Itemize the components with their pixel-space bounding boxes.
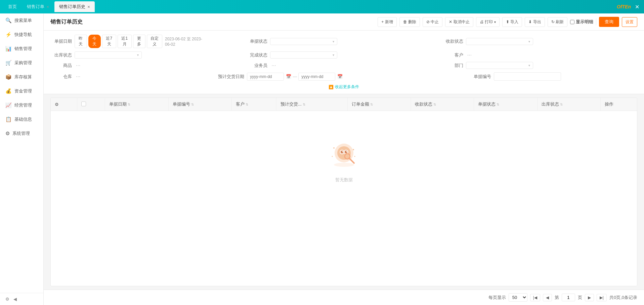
- cal-from-icon[interactable]: 📅: [286, 74, 291, 79]
- display-detail-checkbox[interactable]: [570, 20, 574, 24]
- sales-person-label: 业务员: [246, 63, 270, 69]
- sidebar-item-purchase-mgmt[interactable]: 🛒 采购管理: [0, 56, 43, 70]
- operations-icon: 📈: [5, 102, 12, 108]
- stop-button[interactable]: ⊘ 中止: [423, 17, 442, 27]
- date-btn-more[interactable]: 更多: [133, 35, 145, 48]
- date-btn-7days[interactable]: 近7天: [102, 35, 116, 48]
- sidebar-collapse-icon[interactable]: ◀: [13, 297, 17, 302]
- pay-status-item: 收款状态 ▾: [442, 38, 637, 45]
- order-no-input[interactable]: [494, 72, 561, 81]
- sort-amount-icon[interactable]: ⇅: [370, 103, 373, 106]
- warehouse-item: 仓库 ···: [50, 74, 218, 80]
- th-out-status-label: 出库状态: [542, 101, 559, 107]
- sidebar-item-base-info[interactable]: 📋 基础信息: [0, 112, 43, 126]
- sort-out-status-icon[interactable]: ⇅: [560, 103, 563, 106]
- sales-person-dots-btn[interactable]: ···: [270, 63, 277, 69]
- table-header: ⚙ 单据日期 ⇅ 单据编号: [51, 98, 637, 111]
- close-sales-order-icon[interactable]: ✕: [46, 5, 49, 9]
- delivery-date-from[interactable]: [247, 73, 284, 81]
- date-btn-yesterday[interactable]: 昨天: [75, 35, 87, 48]
- sidebar-item-search-menu[interactable]: 🔍 搜索菜单: [0, 13, 43, 28]
- out-status-select[interactable]: ▾: [75, 51, 142, 59]
- sort-no-icon[interactable]: ⇅: [191, 103, 194, 106]
- content-area: 销售订单历史 + 新增 🗑 删除 ⊘ 中止 ✕ 取消中止 🖨 打印 ▾ ⬆ 导入…: [44, 13, 644, 305]
- out-status-label: 出库状态: [50, 52, 75, 58]
- delivery-date-to[interactable]: [298, 73, 335, 81]
- window-close-button[interactable]: ✕: [634, 2, 641, 11]
- refresh-button[interactable]: ↻ 刷新: [548, 17, 567, 27]
- svg-point-0: [334, 163, 354, 167]
- settings-button[interactable]: 设置: [622, 17, 637, 27]
- th-order-status: 单据状态 ⇅: [474, 98, 537, 111]
- sort-date-icon[interactable]: ⇅: [128, 103, 130, 106]
- table-body: 暂无数据: [51, 111, 637, 210]
- next-page-button[interactable]: ▶: [585, 294, 594, 301]
- tab-home-label: 首页: [8, 4, 17, 10]
- filter-row-3: 商品 ··· 业务员 ··· 部门 ▾: [50, 62, 637, 69]
- customer-dots-btn[interactable]: ···: [466, 52, 473, 58]
- settings-gear-icon[interactable]: ⚙: [55, 102, 59, 107]
- warehouse-dots-btn[interactable]: ···: [75, 74, 82, 80]
- print-button[interactable]: 🖨 打印 ▾: [476, 17, 500, 27]
- dept-item: 部门 ▾: [442, 62, 637, 69]
- sort-order-status-icon[interactable]: ⇅: [497, 103, 499, 106]
- th-customer: 客户 ⇅: [232, 98, 276, 111]
- sales-mgmt-icon: 📊: [5, 46, 12, 52]
- tab-sales-order-history[interactable]: 销售订单历史 ✕: [54, 1, 95, 12]
- delete-button[interactable]: 🗑 删除: [399, 17, 420, 27]
- pay-status-select[interactable]: ▾: [466, 38, 533, 45]
- sidebar-item-operations[interactable]: 📈 经营管理: [0, 98, 43, 112]
- cal-to-icon[interactable]: 📅: [337, 74, 343, 79]
- th-no: 单据编号 ⇅: [168, 98, 231, 111]
- date-range-text: 2023-06-02 至 2023-06-02: [165, 36, 202, 47]
- finance-icon: 💰: [5, 88, 12, 94]
- cancel-stop-button[interactable]: ✕ 取消中止: [445, 17, 473, 27]
- delivery-date-item: 预计交货日期 📅 — 📅: [218, 73, 470, 81]
- filter-row-4: 仓库 ··· 预计交货日期 📅 — 📅 单据编号: [50, 72, 637, 81]
- dept-select[interactable]: ▾: [466, 62, 533, 69]
- sidebar-item-inventory[interactable]: 📦 库存核算: [0, 70, 43, 84]
- export-button[interactable]: ⬇ 导出: [525, 17, 545, 27]
- order-status-select[interactable]: ▾: [270, 38, 337, 45]
- new-button[interactable]: + 新增: [378, 17, 396, 27]
- th-date-label: 单据日期: [109, 101, 127, 107]
- sales-person-item: 业务员 ···: [246, 63, 441, 69]
- svg-point-11: [333, 147, 335, 149]
- product-dots-btn[interactable]: ···: [75, 63, 82, 69]
- query-button[interactable]: 查询: [599, 17, 619, 27]
- collapse-row[interactable]: 🔼 收起更多条件: [50, 84, 637, 90]
- complete-status-select[interactable]: ▾: [270, 51, 337, 59]
- th-delivery-label: 预计交货...: [281, 101, 302, 107]
- date-btn-1month[interactable]: 近1月: [118, 35, 132, 48]
- pagination-bar: 每页显示 50 10 20 100 |◀ ◀ 第 页 ▶ ▶| 共0页,0条记录: [44, 290, 644, 305]
- first-page-button[interactable]: |◀: [530, 294, 540, 301]
- sort-pay-status-icon[interactable]: ⇅: [433, 103, 436, 106]
- prev-page-button[interactable]: ◀: [543, 294, 552, 301]
- sidebar-item-sales-mgmt[interactable]: 📊 销售管理: [0, 42, 43, 56]
- svg-point-7: [342, 151, 343, 152]
- sidebar-item-quick-nav[interactable]: ⚡ 快捷导航: [0, 28, 43, 42]
- close-history-icon[interactable]: ✕: [87, 5, 90, 9]
- sidebar-item-sys-mgmt[interactable]: ⚙ 系统管理: [0, 126, 43, 141]
- date-btn-custom[interactable]: 自定义: [147, 35, 162, 48]
- sort-customer-icon[interactable]: ⇅: [246, 103, 248, 106]
- per-page-select[interactable]: 50 10 20 100: [509, 293, 527, 302]
- date-btn-today[interactable]: 今天: [88, 35, 101, 48]
- current-page-input[interactable]: [562, 294, 575, 301]
- tab-sales-order-history-label: 销售订单历史: [59, 4, 85, 10]
- purchase-mgmt-icon: 🛒: [5, 60, 12, 66]
- page-label-post: 页: [578, 295, 582, 301]
- sidebar-settings-icon[interactable]: ⚙: [5, 297, 9, 302]
- sidebar-item-sales-mgmt-label: 销售管理: [14, 46, 32, 52]
- sidebar-item-purchase-mgmt-label: 采购管理: [14, 60, 32, 66]
- import-button[interactable]: ⬆ 导入: [502, 17, 522, 27]
- tab-sales-order[interactable]: 销售订单 ✕: [22, 1, 54, 12]
- tab-home[interactable]: 首页: [3, 1, 22, 12]
- last-page-button[interactable]: ▶|: [597, 294, 607, 301]
- sort-delivery-icon[interactable]: ⇅: [303, 103, 305, 106]
- sidebar-item-operations-label: 经营管理: [14, 102, 32, 108]
- sidebar-item-finance[interactable]: 💰 资金管理: [0, 84, 43, 98]
- th-amount-label: 订单金额: [352, 101, 369, 107]
- date-filter-label: 单据日期: [50, 38, 75, 44]
- header-checkbox[interactable]: [81, 102, 86, 106]
